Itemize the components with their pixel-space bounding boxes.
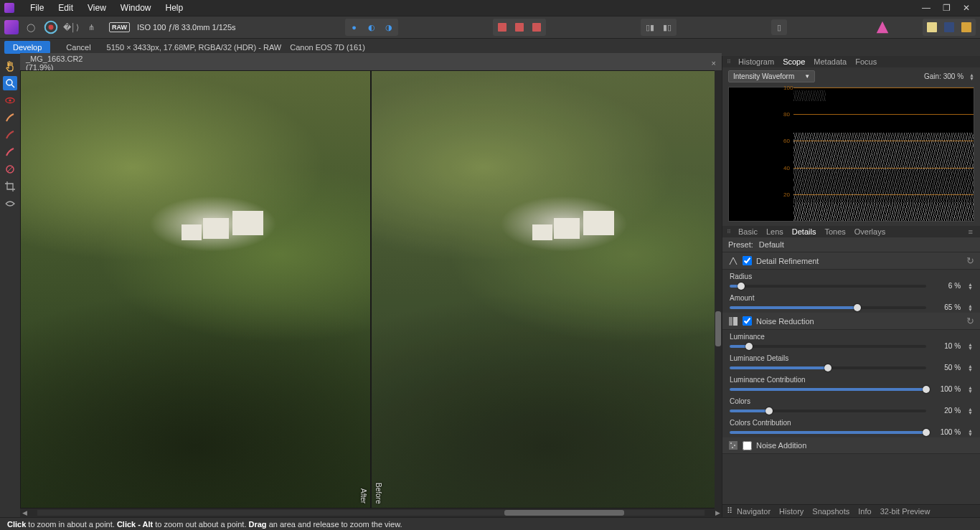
- slider-thumb[interactable]: [824, 364, 831, 372]
- value-stepper[interactable]: ▲▼: [968, 364, 973, 372]
- view-split-icon[interactable]: ◐: [363, 19, 380, 35]
- slider-value[interactable]: 100 %: [932, 385, 961, 393]
- scroll-left-icon[interactable]: ◀: [20, 509, 29, 516]
- view-mirror-icon[interactable]: ◑: [380, 19, 397, 35]
- slider-track[interactable]: [730, 306, 926, 309]
- slider-thumb[interactable]: [745, 343, 753, 350]
- value-stepper[interactable]: ▲▼: [968, 343, 973, 350]
- whitebalance-tool-icon[interactable]: [3, 197, 17, 211]
- overlay-gradient-tool-icon[interactable]: [3, 162, 17, 176]
- overlay-paint-tool-icon[interactable]: [3, 128, 17, 142]
- crop-tool-icon[interactable]: [3, 179, 17, 194]
- canvas-viewport[interactable]: After Before: [20, 70, 722, 508]
- menu-view[interactable]: View: [80, 3, 113, 13]
- slider-value[interactable]: 10 %: [932, 342, 961, 350]
- slider-value[interactable]: 65 %: [932, 303, 961, 311]
- swatch-2[interactable]: [958, 19, 975, 35]
- scope-mode-dropdown[interactable]: Intensity Waveform ▼: [728, 70, 815, 82]
- blemish-tool-icon[interactable]: [3, 110, 17, 125]
- noise-reduction-checkbox[interactable]: [743, 316, 752, 326]
- tab-tones[interactable]: Tones: [820, 225, 849, 238]
- h-scroll-thumb[interactable]: [504, 510, 624, 516]
- slider-value[interactable]: 100 %: [932, 428, 961, 436]
- slider-track[interactable]: [730, 285, 926, 288]
- value-stepper[interactable]: ▲▼: [968, 283, 973, 290]
- compare-v-icon[interactable]: ▮▯: [659, 19, 676, 35]
- slider-track[interactable]: [730, 388, 926, 391]
- tab-lens[interactable]: Lens: [762, 225, 788, 238]
- menu-help[interactable]: Help: [159, 3, 191, 13]
- slider-thumb[interactable]: [738, 283, 745, 290]
- rotate-cw-icon[interactable]: [511, 19, 528, 35]
- hand-tool-icon[interactable]: [3, 59, 17, 73]
- slider-thumb[interactable]: [854, 304, 861, 311]
- noise-reduction-reset-icon[interactable]: ↻: [966, 316, 974, 326]
- tab-scope[interactable]: Scope: [778, 56, 809, 68]
- menu-window[interactable]: Window: [113, 3, 159, 13]
- sync-icon[interactable]: ◯: [23, 19, 39, 35]
- slider-track[interactable]: [730, 431, 926, 434]
- mirror-icon[interactable]: �│⟩: [63, 19, 79, 35]
- close-tab-icon[interactable]: ×: [712, 59, 716, 67]
- tab-info[interactable]: Info: [854, 505, 875, 518]
- overlay-erase-tool-icon[interactable]: [3, 145, 17, 159]
- h-scrollbar[interactable]: ◀ ▶: [20, 508, 722, 517]
- value-stepper[interactable]: ▲▼: [968, 429, 973, 436]
- slider-thumb[interactable]: [923, 386, 930, 393]
- panel-menu-icon[interactable]: ≡: [966, 227, 976, 236]
- slider-thumb[interactable]: [765, 407, 773, 415]
- develop-button[interactable]: Develop: [4, 41, 50, 54]
- section-noise-addition[interactable]: Noise Addition: [722, 437, 980, 454]
- value-stepper[interactable]: ▲▼: [968, 407, 973, 415]
- value-stepper[interactable]: ▲▼: [968, 386, 973, 393]
- share-icon[interactable]: ⋔: [83, 19, 99, 35]
- v-scrollbar[interactable]: [715, 70, 722, 508]
- slider-track[interactable]: [730, 410, 926, 412]
- cancel-button[interactable]: Cancel: [59, 41, 98, 54]
- noise-addition-checkbox[interactable]: [743, 441, 752, 450]
- tab-overlays[interactable]: Overlays: [850, 225, 890, 238]
- preset-value[interactable]: Default: [759, 240, 784, 249]
- tab-history[interactable]: History: [775, 505, 808, 518]
- slider-value[interactable]: 20 %: [932, 407, 961, 415]
- window-minimize-icon[interactable]: —: [920, 3, 933, 13]
- menu-edit[interactable]: Edit: [51, 3, 80, 13]
- grip-icon[interactable]: ⠿: [727, 506, 732, 516]
- tab-32-bit-preview[interactable]: 32-bit Preview: [876, 505, 935, 518]
- view-single-icon[interactable]: ●: [346, 19, 363, 35]
- tab-basic[interactable]: Basic: [734, 225, 762, 238]
- window-close-icon[interactable]: ✕: [960, 3, 973, 13]
- slider-track[interactable]: [730, 366, 926, 369]
- grip-icon[interactable]: ⠿: [727, 229, 731, 235]
- scroll-right-icon[interactable]: ▶: [713, 509, 722, 516]
- persona-icon[interactable]: [43, 19, 59, 35]
- tab-focus[interactable]: Focus: [851, 56, 881, 68]
- zoom-tool-icon[interactable]: [3, 76, 17, 90]
- compare-h-icon[interactable]: ▯▮: [641, 19, 659, 35]
- redeye-tool-icon[interactable]: [3, 93, 17, 108]
- clipping-icon[interactable]: ▯: [771, 19, 787, 35]
- swatch-0[interactable]: [923, 19, 941, 35]
- tab-navigator[interactable]: Navigator: [732, 505, 775, 518]
- grip-icon[interactable]: ⠿: [727, 59, 731, 65]
- slider-value[interactable]: 6 %: [932, 282, 961, 290]
- slider-track[interactable]: [730, 345, 926, 348]
- detail-refinement-checkbox[interactable]: [743, 256, 752, 265]
- gain-stepper[interactable]: ▲▼: [969, 73, 974, 80]
- tab-details[interactable]: Details: [788, 225, 821, 238]
- assistant-icon[interactable]: [875, 19, 890, 35]
- menu-file[interactable]: File: [23, 3, 51, 13]
- value-stepper[interactable]: ▲▼: [968, 304, 973, 311]
- detail-refinement-reset-icon[interactable]: ↻: [966, 255, 974, 266]
- tab-histogram[interactable]: Histogram: [734, 56, 778, 68]
- swatch-1[interactable]: [941, 19, 958, 35]
- tab-metadata[interactable]: Metadata: [809, 56, 851, 68]
- window-maximize-icon[interactable]: ❐: [940, 3, 953, 13]
- slider-thumb[interactable]: [923, 429, 930, 436]
- slider-value[interactable]: 50 %: [932, 364, 961, 372]
- section-noise-reduction[interactable]: Noise Reduction↻: [722, 313, 980, 330]
- rotate-ccw-icon[interactable]: [494, 19, 511, 35]
- tab-snapshots[interactable]: Snapshots: [808, 505, 854, 518]
- flip-icon[interactable]: [528, 19, 545, 35]
- section-detail-refinement[interactable]: Detail Refinement↻: [722, 252, 980, 270]
